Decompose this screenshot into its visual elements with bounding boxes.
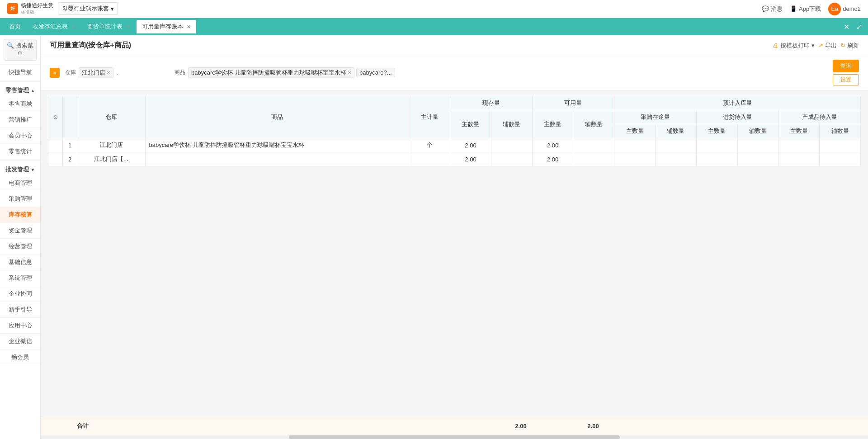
product-tag-2-text: babycare?... [359,69,392,76]
col-header-available-main: 主数量 [532,110,573,138]
row2-unit [409,152,450,166]
col-header-purchase-main: 主数量 [614,124,656,138]
sidebar-item-membership[interactable]: 会员中心 [0,128,40,144]
sidebar-item-procurement[interactable]: 采购管理 [0,191,40,207]
page-actions: 🖨 按模板打印 ▾ ↗ 导出 ↻ 刷新 [773,42,859,50]
nav-close-button[interactable]: ✕ [841,21,852,32]
sidebar-item-basics[interactable]: 基础信息 [0,255,40,270]
summary-products-main [792,419,828,433]
user-name: demo2 [843,5,861,12]
sidebar-item-enterprise-wechat[interactable]: 企业微信 [0,334,40,349]
query-button[interactable]: 查询 [833,60,859,72]
print-template-button[interactable]: 🖨 按模板打印 ▾ [773,42,815,50]
message-button[interactable]: 💬 消息 [762,5,783,13]
summary-spacer1 [44,419,59,433]
summary-current-main: 2.00 [503,419,539,433]
summary-label: 合计 [73,419,114,433]
col-header-product: 商品 [145,96,409,138]
logo-icon: 好 [7,3,18,14]
sidebar-item-new-guide[interactable]: 新手引导 [0,302,40,318]
filter-expand-button[interactable]: » [50,68,60,78]
row1-warehouse: 江北门店 [77,138,146,152]
tab-order-stats-close[interactable]: ✕ [126,24,130,30]
sidebar-item-system[interactable]: 系统管理 [0,270,40,286]
scrollbar-thumb[interactable] [289,435,620,439]
finance-label: 资金管理 [9,227,32,234]
nav-maximize-button[interactable]: ⤢ [854,21,864,32]
sidebar-item-enterprise[interactable]: 企业协同 [0,286,40,302]
logo-area: 好 畅捷通好生意 标准版 [7,2,53,15]
summary-goods-main [720,419,756,433]
horizontal-scrollbar[interactable] [41,435,868,439]
sidebar-item-app-center[interactable]: 应用中心 [0,318,40,334]
product-tag-1-remove[interactable]: ✕ [348,70,351,75]
tab-receive-send-close[interactable]: ✕ [71,24,75,30]
tab-order-stats[interactable]: 要货单统计表 ✕ [82,20,136,33]
retail-management-arrow: ▲ [31,88,35,93]
row2-purchase-main [614,152,656,166]
filter-buttons: 查询 设置 [833,60,859,85]
tab-home[interactable]: 首页 [4,20,26,33]
tab-available-inventory[interactable]: 可用量库存账本 ✕ [137,20,196,33]
summary-row: 合计 2.00 2.00 [44,419,864,433]
product-tag-1[interactable]: babycare学饮杯 儿童防摔防撞吸管杯重力球吸嘴杯宝宝水杯 ✕ [188,67,354,78]
enterprise-label: 企业协同 [9,290,32,297]
unit-col-label: 主计量 [421,113,439,120]
search-label: 搜索菜单 [16,42,33,57]
avatar: Ea [828,3,841,15]
page-title-row: 可用量查询(按仓库+商品) 🖨 按模板打印 ▾ ↗ 导出 ↻ 刷新 [50,41,859,55]
sidebar-item-retail-store[interactable]: 零售商城 [0,96,40,112]
warehouse-more[interactable]: ... [115,70,120,76]
warehouse-tag-1-remove[interactable]: ✕ [107,70,110,75]
setting-button[interactable]: 设置 [833,74,859,85]
org-selector[interactable]: 母婴行业演示账套 ▾ [58,2,118,15]
marketing-label: 营销推广 [9,116,32,123]
warehouse-filter: 仓库 江北门店 ✕ ... [65,67,169,78]
warehouse-label: 仓库 [65,69,76,76]
col-header-unit: 主计量 [409,96,450,138]
tab-receive-send[interactable]: 收发存汇总表 ✕ [27,20,81,33]
col-header-goods-pending: 进货待入量 [696,110,778,124]
col-header-products-main: 主数量 [778,124,820,138]
row2-goods-aux [737,152,778,166]
top-bar-right: 💬 消息 📱 App下载 Ea demo2 [762,3,861,15]
sidebar-item-finance[interactable]: 资金管理 [0,223,40,239]
table-settings-icon[interactable]: ⚙ [53,114,58,121]
product-label: 商品 [175,69,185,76]
print-label: 按模板打印 [780,42,810,50]
summary-current-aux [539,419,575,433]
refresh-button[interactable]: ↻ 刷新 [840,42,859,50]
sidebar-item-operations[interactable]: 经营管理 [0,239,40,255]
sidebar-item-wholesale-management[interactable]: 批发管理 ▼ [0,162,40,175]
sidebar-item-retail-management[interactable]: 零售管理 ▲ [0,83,40,96]
product-tag-2[interactable]: babycare?... [356,68,395,77]
sidebar-item-marketing[interactable]: 营销推广 [0,112,40,128]
sidebar-item-vip-member[interactable]: 畅会员 [0,349,40,365]
sidebar-item-quick-nav[interactable]: 快捷导航 [0,65,40,80]
sidebar-search-button[interactable]: 🔍 搜索菜单 [4,39,37,61]
app-download-label: App下载 [799,5,821,13]
quick-nav-label: 快捷导航 [9,69,32,76]
summary-product-spacer [114,419,476,433]
row1-purchase-aux [656,138,697,152]
row1-available-aux [573,138,614,152]
print-icon: 🖨 [773,42,778,49]
summary-purchase-aux [684,419,720,433]
tab-available-inventory-close[interactable]: ✕ [187,24,191,30]
row1-current-main: 2.00 [450,138,491,152]
current-aux-label: 辅数量 [503,121,520,127]
retail-store-label: 零售商城 [9,100,32,107]
summary-available-aux [611,419,647,433]
app-download-button[interactable]: 📱 App下载 [790,5,821,13]
warehouse-tag-1[interactable]: 江北门店 ✕ [79,67,113,78]
expand-icon: » [53,69,56,76]
row1-available-main: 2.00 [532,138,573,152]
refresh-label: 刷新 [847,42,859,50]
sidebar-item-retail-stats[interactable]: 零售统计 [0,144,40,160]
user-area[interactable]: Ea demo2 [828,3,861,15]
sidebar-item-inventory[interactable]: 库存核算 [0,207,40,223]
sidebar-item-ecommerce[interactable]: 电商管理 [0,175,40,191]
sidebar: 🔍 搜索菜单 快捷导航 零售管理 ▲ 零售商城 营销推广 会员中心 零售统计 批… [0,35,41,439]
row1-current-aux [491,138,532,152]
export-button[interactable]: ↗ 导出 [818,42,837,50]
